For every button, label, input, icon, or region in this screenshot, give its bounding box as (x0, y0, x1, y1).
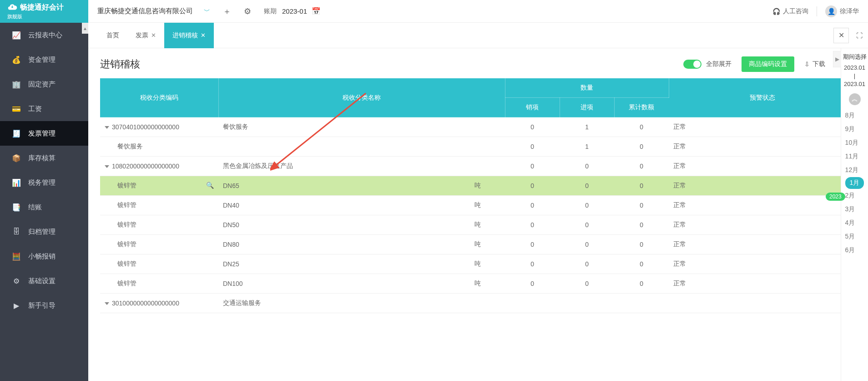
cell-alert: 正常 (669, 254, 856, 274)
table-row[interactable]: 镀锌管DN50吨000正常 (100, 215, 856, 235)
rail-month-6[interactable]: 2月 (845, 189, 864, 203)
rail-range: 2023.01 | 2023.01 (844, 64, 865, 89)
download-button[interactable]: ⇩ 下载 (804, 60, 825, 68)
expand-caret-icon[interactable] (105, 302, 109, 305)
rail-title: 期间选择 (843, 53, 867, 61)
cloud-logo-icon (7, 2, 17, 12)
sidebar-item-10[interactable]: ⚙基础设置 (0, 269, 88, 293)
cell-unit: 吨 (450, 274, 505, 294)
company-name: 重庆畅捷交通信息咨询有限公司 (97, 7, 193, 15)
cell-alert: 正常 (669, 157, 856, 176)
tab-label: 首页 (106, 31, 119, 40)
tab-1[interactable]: 发票✕ (127, 23, 164, 48)
table-row[interactable]: 镀锌管DN40吨000正常 (100, 196, 856, 215)
th-name: 税收分类名称 (218, 78, 505, 117)
add-button[interactable]: ＋ (223, 6, 231, 17)
table-row[interactable]: 镀锌管🔍DN65吨000正常 (100, 176, 856, 196)
cell-unit: 吨 (450, 215, 505, 235)
table-row[interactable]: 餐饮服务010正常 (100, 137, 856, 157)
close-all-tabs-button[interactable]: ✕ (833, 28, 849, 43)
rail-month-0[interactable]: 8月 (845, 109, 864, 122)
table-wrap: 税收分类编码 税收分类名称 数量 预警状态 销项 进项 累计数额 3070401… (88, 78, 868, 381)
expand-all-toggle[interactable]: 全部展开 (683, 60, 732, 69)
cell-code: 3070401000000000000 (100, 117, 218, 137)
tab-close-icon[interactable]: ✕ (201, 32, 206, 39)
fullscreen-icon[interactable]: ⛶ (856, 32, 863, 39)
rail-month-5[interactable]: 1月 (845, 177, 864, 189)
table-row[interactable]: 镀锌管DN25吨000正常 (100, 254, 856, 274)
stock-icon: 📦 (12, 154, 21, 163)
sidebar-item-label: 固定资产 (28, 80, 56, 89)
rail-month-8[interactable]: 4月 (845, 216, 864, 230)
cell-cumulative: 0 (614, 117, 669, 137)
download-icon: ⇩ (804, 61, 810, 68)
calendar-icon[interactable]: 📅 (312, 7, 321, 15)
sidebar-item-5[interactable]: 📦库存核算 (0, 146, 88, 170)
cell-cumulative: 0 (614, 254, 669, 274)
cell-spec (391, 274, 450, 294)
table-row[interactable]: 3070401000000000000餐饮服务010正常 (100, 117, 856, 137)
period-label: 账期 (264, 7, 277, 15)
sidebar-item-label: 资金管理 (28, 56, 56, 64)
brand-sub: 旗舰版 (7, 13, 88, 20)
cell-purchase: 0 (560, 176, 614, 196)
sidebar-item-9[interactable]: 🧮小畅报销 (0, 244, 88, 269)
rail-month-3[interactable]: 11月 (845, 150, 864, 163)
rail-month-10[interactable]: 6月 (845, 244, 864, 257)
cell-code: 镀锌管 (100, 274, 218, 294)
company-selector[interactable]: 重庆畅捷交通信息咨询有限公司 ﹀ (97, 7, 210, 15)
gear-icon[interactable]: ⚙ (244, 6, 251, 16)
sidebar-item-0[interactable]: 📈云报表中心 (0, 23, 88, 47)
cell-spec (391, 215, 450, 235)
rail-month-2[interactable]: 10月 (845, 136, 864, 150)
sidebar-item-3[interactable]: 💳工资 (0, 97, 88, 121)
cell-unit (450, 157, 505, 176)
cell-unit (450, 117, 505, 137)
toggle-switch[interactable] (683, 60, 701, 69)
rail-month-9[interactable]: 5月 (845, 230, 864, 244)
scroll-up-icon[interactable]: ▲ (82, 23, 88, 34)
rail-month-4[interactable]: 12月 (845, 163, 864, 177)
cell-sales: 0 (505, 254, 560, 274)
expand-caret-icon[interactable] (105, 126, 109, 129)
tabs: 首页发票✕进销稽核✕ ✕ ⛶ (88, 23, 868, 48)
sidebar-item-11[interactable]: ▶新手引导 (0, 293, 88, 318)
user-menu[interactable]: 👤 徐泽华 (825, 5, 859, 17)
cell-code: 镀锌管 (100, 254, 218, 274)
page-header: 进销稽核 全部展开 商品编码设置 ⇩ 下载 ↻ (88, 48, 868, 78)
tab-0[interactable]: 首页 (98, 23, 127, 48)
sidebar-item-8[interactable]: 🗄归档管理 (0, 219, 88, 244)
sidebar-item-2[interactable]: 🏢固定资产 (0, 72, 88, 97)
rail-month-7[interactable]: 3月 (845, 203, 864, 216)
sidebar-item-4[interactable]: 🧾发票管理 (0, 121, 88, 146)
table-row[interactable]: 镀锌管DN100吨000正常 (100, 274, 856, 294)
search-icon[interactable]: 🔍 (206, 182, 214, 189)
cell-name (218, 137, 391, 157)
cell-name: 黑色金属冶炼及压延产品 (218, 157, 391, 176)
cell-cumulative (614, 294, 669, 313)
expand-caret-icon[interactable] (105, 165, 109, 168)
rail-collapse-button[interactable]: ▶ (833, 51, 841, 67)
table-row[interactable]: 1080200000000000000黑色金属冶炼及压延产品000正常 (100, 157, 856, 176)
tab-close-icon[interactable]: ✕ (151, 32, 156, 39)
rail-month-1[interactable]: 9月 (845, 122, 864, 136)
sidebar-item-7[interactable]: 📑结账 (0, 195, 88, 219)
code-setting-button[interactable]: 商品编码设置 (742, 56, 794, 72)
cell-name: DN65 (218, 176, 391, 196)
sidebar-item-6[interactable]: 📊税务管理 (0, 170, 88, 195)
rail-scroll-up[interactable]: ︽ (849, 93, 861, 105)
page-title: 进销稽核 (100, 57, 140, 71)
sidebar-item-label: 新手引导 (28, 301, 56, 310)
cell-purchase: 0 (560, 274, 614, 294)
cell-sales: 0 (505, 215, 560, 235)
cell-purchase: 0 (560, 157, 614, 176)
th-qty: 数量 (505, 78, 669, 98)
sidebar-item-1[interactable]: 💰资金管理 (0, 47, 88, 72)
consult-button[interactable]: 🎧 人工咨询 (772, 7, 808, 15)
table-row[interactable]: 镀锌管DN80吨000正常 (100, 235, 856, 254)
brand-name: 畅捷通好会计 (20, 3, 64, 12)
topbar: 畅捷通好会计 旗舰版 重庆畅捷交通信息咨询有限公司 ﹀ ＋ ⚙ 账期 2023-… (0, 0, 868, 23)
table-row[interactable]: 3010000000000000000交通运输服务 (100, 294, 856, 313)
cell-unit: 吨 (450, 196, 505, 215)
tab-2[interactable]: 进销稽核✕ (164, 23, 214, 48)
